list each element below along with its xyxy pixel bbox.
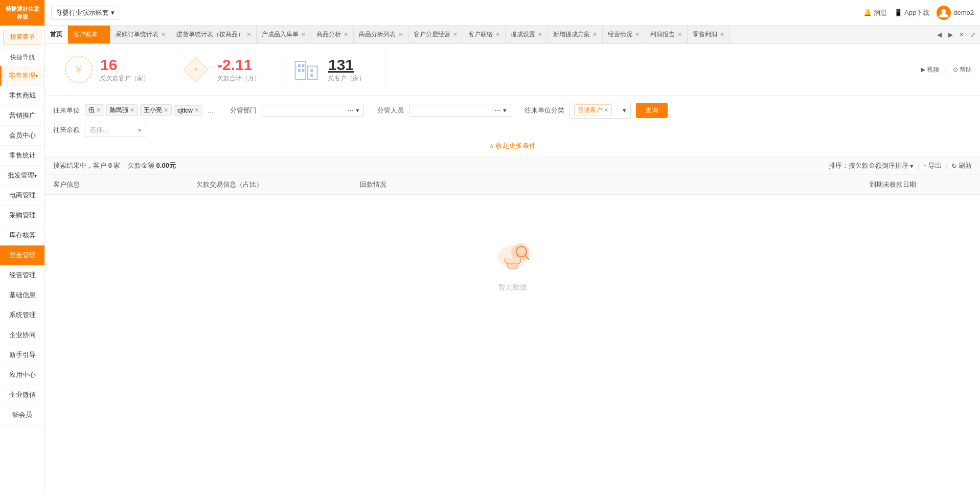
tab-item-customer-contact[interactable]: 客户联络✕ bbox=[463, 26, 506, 44]
industry-selector[interactable]: 母婴行业演示帐套 ▾ bbox=[51, 6, 119, 20]
sidebar-item-new-user-guide[interactable]: 新手引导 bbox=[0, 345, 44, 365]
stat-card-overdue-customers: ¥ 16 总欠款客户（家） bbox=[53, 50, 170, 89]
sidebar-item-app-center[interactable]: 应用中心 bbox=[0, 365, 44, 385]
stat-info-overdue-customers: 16 总欠款客户（家） bbox=[100, 56, 149, 83]
query-button[interactable]: 查询 bbox=[636, 103, 668, 118]
tab-item-home[interactable]: 首页 bbox=[45, 26, 68, 44]
tab-close-product-analysis[interactable]: ✕ bbox=[344, 31, 348, 38]
col-header-repayment: 回款情况 bbox=[360, 180, 870, 189]
tab-close-customer-contact[interactable]: ✕ bbox=[495, 31, 500, 38]
top-bar: 母婴行业演示帐套 ▾ 🔔 消息 📱 App下载 demo2 bbox=[45, 0, 980, 26]
tab-close-business-status[interactable]: ✕ bbox=[635, 31, 640, 38]
sidebar: 畅捷通好生意 标版 搜索菜单 快捷导航 零售管理 ▾零售商城营销推广会员中心零售… bbox=[0, 0, 45, 494]
sidebar-item-member-center[interactable]: 会员中心 bbox=[0, 126, 44, 146]
export-button[interactable]: ↑ 导出 bbox=[923, 161, 942, 170]
tab-close-customer-tier[interactable]: ✕ bbox=[453, 31, 458, 38]
sidebar-item-finance-mgmt[interactable]: 资金管理 bbox=[0, 245, 44, 265]
unit-category-select[interactable]: 普通客户 ✕ ▾ bbox=[569, 102, 631, 119]
sidebar-item-retail-stats[interactable]: 零售统计 bbox=[0, 146, 44, 166]
tab-left-button[interactable]: ◀ bbox=[934, 30, 944, 40]
quick-nav-item[interactable]: 快捷导航 bbox=[0, 49, 44, 66]
tab-maximize-button[interactable]: ⤢ bbox=[968, 30, 978, 40]
svg-text:✦: ✦ bbox=[193, 65, 199, 74]
tab-item-profit-report[interactable]: 利润报告✕ bbox=[645, 26, 688, 44]
collapse-label: 收起更多条件 bbox=[496, 141, 536, 150]
sort-select[interactable]: 排序：按欠款金额倒序排序 ▾ bbox=[829, 161, 914, 170]
tab-label-production-inbound: 产成品入库单 bbox=[262, 30, 299, 39]
tab-close-customer-balance[interactable]: ✕ bbox=[100, 31, 105, 38]
tab-label-profit-report: 利润报告 bbox=[650, 30, 675, 39]
sidebar-item-ecommerce-mgmt[interactable]: 电商管理 bbox=[0, 186, 44, 206]
sidebar-item-purchase-mgmt[interactable]: 采购管理 bbox=[0, 206, 44, 226]
tab-right-button[interactable]: ▶ bbox=[945, 30, 955, 40]
tab-item-customer-tier[interactable]: 客户分层经营✕ bbox=[408, 26, 463, 44]
search-menu-button[interactable]: 搜索菜单 bbox=[3, 30, 41, 44]
balance-filter-select[interactable]: 选择... ▾ bbox=[85, 123, 146, 137]
tab-close-profit-report[interactable]: ✕ bbox=[677, 31, 682, 38]
tab-item-purchase-order-stat[interactable]: 采购订单统计表✕ bbox=[110, 26, 171, 44]
unit-category-close[interactable]: ✕ bbox=[604, 107, 608, 114]
sidebar-item-arrow-retail-mgmt: ▾ bbox=[35, 73, 38, 79]
tab-label-retail-profit: 零售利润 bbox=[693, 30, 717, 39]
messages-action[interactable]: 🔔 消息 bbox=[863, 8, 887, 17]
unit-tag-cjttcw-close[interactable]: ✕ bbox=[194, 107, 199, 114]
tab-item-business-status[interactable]: 经营情况✕ bbox=[603, 26, 645, 44]
user-label: demo2 bbox=[953, 9, 974, 16]
tab-label-raise-settings: 提成设置 bbox=[511, 30, 535, 39]
tab-item-production-inbound[interactable]: 产成品入库单✕ bbox=[257, 26, 311, 44]
app-download-action[interactable]: 📱 App下载 bbox=[894, 8, 929, 17]
unit-category-value: 普通客户 bbox=[578, 106, 602, 115]
tab-item-retail-profit[interactable]: 零售利润✕ bbox=[688, 26, 730, 44]
unit-tag-wang-close[interactable]: ✕ bbox=[164, 107, 168, 114]
tab-item-new-raise[interactable]: 新增提成方案✕ bbox=[548, 26, 603, 44]
sidebar-item-operations-mgmt[interactable]: 经营管理 bbox=[0, 265, 44, 285]
sidebar-item-vip-member[interactable]: 畅会员 bbox=[0, 405, 44, 425]
help-button[interactable]: ⊙ 帮助 bbox=[953, 65, 972, 74]
user-avatar-action[interactable]: demo2 bbox=[937, 6, 974, 20]
sidebar-item-label-ecommerce-mgmt: 电商管理 bbox=[9, 191, 36, 199]
person-filter-select[interactable]: ⋯ ▾ bbox=[409, 104, 511, 117]
collapse-filter-button[interactable]: ∧ 收起更多条件 bbox=[489, 141, 536, 150]
unit-tag-more[interactable]: ... bbox=[204, 105, 217, 116]
sidebar-item-basic-info[interactable]: 基础信息 bbox=[0, 285, 44, 305]
dept-filter-select[interactable]: ⋯ ▾ bbox=[262, 104, 364, 117]
sidebar-item-inventory-check[interactable]: 库存核算 bbox=[0, 226, 44, 245]
sidebar-item-label-marketing: 营销推广 bbox=[9, 111, 36, 119]
refresh-button[interactable]: ↻ 刷新 bbox=[951, 161, 972, 170]
tab-item-product-analysis-list[interactable]: 商品分析列表✕ bbox=[354, 26, 408, 44]
tab-close-new-raise[interactable]: ✕ bbox=[592, 31, 597, 38]
tab-item-product-analysis[interactable]: 商品分析✕ bbox=[311, 26, 354, 44]
sidebar-item-label-operations-mgmt: 经营管理 bbox=[9, 271, 36, 279]
sidebar-item-retail-mgmt[interactable]: 零售管理 ▾ bbox=[0, 66, 44, 86]
unit-tag-wu-close[interactable]: ✕ bbox=[96, 107, 101, 114]
dept-filter-label: 分管部门 bbox=[230, 106, 257, 115]
page-content: ¥ 16 总欠款客户（家） ✦ -2.11 bbox=[45, 44, 980, 494]
empty-icon bbox=[487, 236, 538, 277]
messages-label: 消息 bbox=[874, 8, 887, 17]
tab-close-product-analysis-list[interactable]: ✕ bbox=[398, 31, 403, 38]
tab-close-all-button[interactable]: ✕ bbox=[956, 30, 967, 40]
sidebar-item-label-finance-mgmt: 资金管理 bbox=[9, 251, 36, 259]
tab-close-raise-settings[interactable]: ✕ bbox=[538, 31, 542, 38]
svg-rect-9 bbox=[302, 69, 305, 72]
tab-close-production-inbound[interactable]: ✕ bbox=[301, 31, 306, 38]
sidebar-item-enterprise-collab[interactable]: 企业协同 bbox=[0, 325, 44, 345]
filter-area: 往来单位 伍 ✕ 陈民强 ✕ 王小亮 ✕ cjttcw bbox=[45, 96, 980, 157]
sidebar-item-wholesale-mgmt[interactable]: 批发管理 ▾ bbox=[0, 166, 44, 186]
tab-close-retail-profit[interactable]: ✕ bbox=[720, 31, 724, 38]
tab-item-raise-settings[interactable]: 提成设置✕ bbox=[506, 26, 548, 44]
tab-close-inbound-stat[interactable]: ✕ bbox=[246, 31, 251, 38]
tab-item-inbound-stat[interactable]: 进货单统计表（按商品）✕ bbox=[171, 26, 257, 44]
video-label: 视频 bbox=[927, 65, 939, 74]
tab-label-customer-tier: 客户分层经营 bbox=[414, 30, 450, 39]
sidebar-item-marketing[interactable]: 营销推广 bbox=[0, 106, 44, 126]
tab-label-business-status: 经营情况 bbox=[608, 30, 632, 39]
tab-item-customer-balance[interactable]: 客户账本✕ bbox=[68, 26, 110, 44]
tab-list: 首页客户账本✕采购订单统计表✕进货单统计表（按商品）✕产成品入库单✕商品分析✕商… bbox=[45, 26, 932, 44]
sidebar-item-system-mgmt[interactable]: 系统管理 bbox=[0, 305, 44, 325]
sidebar-item-retail-mall[interactable]: 零售商城 bbox=[0, 86, 44, 106]
tab-close-purchase-order-stat[interactable]: ✕ bbox=[161, 31, 166, 38]
sidebar-item-enterprise-wechat[interactable]: 企业微信 bbox=[0, 385, 44, 405]
video-help-button[interactable]: ▶ 视频 bbox=[921, 65, 939, 74]
unit-tag-chen-close[interactable]: ✕ bbox=[130, 107, 134, 114]
